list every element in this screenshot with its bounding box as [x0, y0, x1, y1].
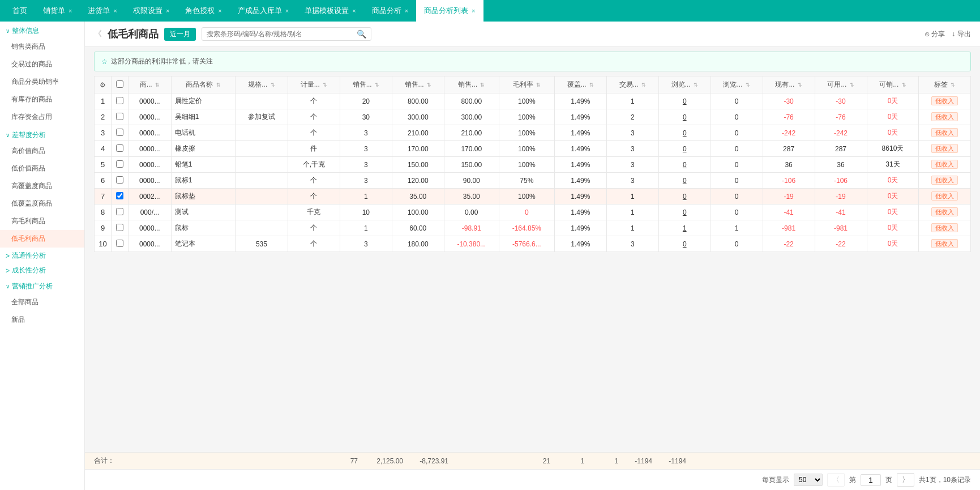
nav-close-icon[interactable]: ×	[472, 7, 475, 14]
sidebar-item-all-goods[interactable]: 全部商品	[0, 293, 84, 311]
row-browse1[interactable]: 0	[658, 173, 711, 189]
col-sales-qty[interactable]: 销售... ⇅	[340, 76, 392, 93]
row-browse1[interactable]: 0	[658, 157, 711, 173]
sidebar-group-growth[interactable]: > 成长性分析	[0, 262, 84, 277]
select-all-checkbox[interactable]	[116, 80, 123, 88]
row-settings-icon[interactable]: 7	[95, 189, 112, 204]
sidebar-item-low-value[interactable]: 低价值商品	[0, 160, 84, 177]
next-page-button[interactable]: 〉	[897, 473, 914, 487]
row-browse1[interactable]: 0	[658, 125, 711, 141]
search-icon[interactable]: 🔍	[357, 29, 366, 39]
nav-close-icon[interactable]: ×	[218, 7, 221, 14]
col-gross-rate[interactable]: 毛利率 ⇅	[499, 76, 554, 93]
sidebar-item-high-margin[interactable]: 高毛利商品	[0, 212, 84, 230]
row-browse1[interactable]: 1	[658, 220, 711, 236]
nav-close-icon[interactable]: ×	[405, 7, 408, 14]
row-checkbox[interactable]	[112, 157, 129, 173]
row-checkbox[interactable]	[112, 204, 129, 220]
footer-gross-spacer	[454, 457, 488, 465]
nav-template-settings[interactable]: 单据模板设置 ×	[297, 0, 363, 22]
sidebar-item-high-coverage[interactable]: 高覆盖度商品	[0, 177, 84, 195]
sidebar-item-category-rate[interactable]: 商品分类助销率	[0, 73, 84, 91]
search-input[interactable]	[207, 30, 357, 38]
nav-close-icon[interactable]: ×	[113, 7, 117, 14]
nav-sales-order[interactable]: 销货单 ×	[35, 0, 80, 22]
prev-page-button[interactable]: 〈	[827, 473, 845, 487]
row-browse1[interactable]: 0	[658, 204, 711, 220]
sidebar-item-low-margin[interactable]: 低毛利商品	[0, 230, 84, 248]
row-browse1[interactable]: 0	[658, 109, 711, 125]
row-current-stock: -41	[763, 204, 815, 220]
col-sales-price[interactable]: 销售... ⇅	[392, 76, 444, 93]
row-settings-icon[interactable]: 4	[95, 141, 112, 157]
nav-role-auth[interactable]: 角色授权 ×	[177, 0, 229, 22]
date-filter-button[interactable]: 近一月	[164, 28, 196, 41]
col-browse2[interactable]: 浏览... ⇅	[711, 76, 763, 93]
export-button[interactable]: ↓ 导出	[952, 29, 971, 39]
row-checkbox[interactable]	[112, 220, 129, 236]
sidebar-group-marketing[interactable]: ∨ 营销推广分析	[0, 277, 84, 293]
sidebar-item-traded-goods[interactable]: 交易过的商品	[0, 56, 84, 73]
sidebar-group-richness[interactable]: ∨ 差帮度分析	[0, 126, 84, 142]
col-code[interactable]: 商... ⇅	[129, 76, 172, 93]
col-current-stock[interactable]: 现有... ⇅	[763, 76, 815, 93]
col-tag[interactable]: 标签 ⇅	[919, 76, 971, 93]
col-name[interactable]: 商品名称 ⇅	[171, 76, 235, 93]
nav-purchase-order[interactable]: 进货单 ×	[80, 0, 125, 22]
nav-permissions[interactable]: 权限设置 ×	[125, 0, 177, 22]
row-browse1[interactable]: 0	[658, 141, 711, 157]
row-checkbox[interactable]	[112, 236, 129, 252]
nav-product-analysis[interactable]: 商品分析 ×	[364, 0, 416, 22]
row-spec	[235, 189, 288, 204]
row-checkbox[interactable]	[112, 93, 129, 109]
col-sales-amount[interactable]: 销售... ⇅	[444, 76, 499, 93]
nav-product-inbound[interactable]: 产成品入库单 ×	[230, 0, 297, 22]
row-checkbox[interactable]	[112, 189, 129, 204]
per-page-select[interactable]: 50 100 200	[794, 474, 823, 486]
row-settings-icon[interactable]: 1	[95, 93, 112, 109]
row-checkbox[interactable]	[112, 109, 129, 125]
row-checkbox[interactable]	[112, 125, 129, 141]
nav-home[interactable]: 首页	[5, 0, 35, 22]
nav-close-icon[interactable]: ×	[166, 7, 169, 14]
row-browse1[interactable]: 0	[658, 189, 711, 204]
sidebar-item-high-value[interactable]: 高价值商品	[0, 142, 84, 160]
sidebar-item-in-stock[interactable]: 有库存的商品	[0, 91, 84, 108]
expand-icon: >	[6, 252, 10, 260]
col-spec[interactable]: 规格... ⇅	[235, 76, 288, 93]
row-browse1[interactable]: 0	[658, 93, 711, 109]
collapse-sidebar-button[interactable]: 《	[94, 29, 102, 39]
row-settings-icon[interactable]: 5	[95, 157, 112, 173]
col-browse1[interactable]: 浏览... ⇅	[658, 76, 711, 93]
col-settings[interactable]: ⚙	[95, 76, 112, 93]
share-button[interactable]: ⎋ 分享	[925, 29, 945, 39]
sidebar-item-capital[interactable]: 库存资金占用	[0, 108, 84, 126]
row-checkbox[interactable]	[112, 141, 129, 157]
col-available[interactable]: 可用... ⇅	[815, 76, 867, 93]
col-coverage[interactable]: 覆盖... ⇅	[554, 76, 606, 93]
row-settings-icon[interactable]: 6	[95, 173, 112, 189]
col-unit[interactable]: 计量... ⇅	[288, 76, 340, 93]
nav-close-icon[interactable]: ×	[352, 7, 356, 14]
row-browse1[interactable]: 0	[658, 236, 711, 252]
row-settings-icon[interactable]: 2	[95, 109, 112, 125]
nav-product-analysis-list[interactable]: 商品分析列表 ×	[416, 0, 483, 22]
page-number-input[interactable]	[861, 474, 881, 486]
table-row: 7 0002... 鼠标垫 个 1 35.00 35.00 100% 1.49%…	[95, 189, 971, 204]
row-settings-icon[interactable]: 10	[95, 236, 112, 252]
nav-close-icon[interactable]: ×	[69, 7, 72, 14]
row-settings-icon[interactable]: 9	[95, 220, 112, 236]
row-settings-icon[interactable]: 3	[95, 125, 112, 141]
sidebar-group-overall[interactable]: ∨ 整体信息	[0, 22, 84, 38]
sidebar-item-low-coverage[interactable]: 低覆盖度商品	[0, 195, 84, 212]
nav-close-icon[interactable]: ×	[285, 7, 289, 14]
row-spec: 参加复试	[235, 109, 288, 125]
col-sellable[interactable]: 可销... ⇅	[867, 76, 919, 93]
sidebar-item-sales-goods[interactable]: 销售类商品	[0, 38, 84, 56]
footer-label: 合计：	[94, 456, 114, 466]
sidebar-group-circulation[interactable]: > 流通性分析	[0, 248, 84, 262]
sidebar-item-new-goods[interactable]: 新品	[0, 311, 84, 329]
row-checkbox[interactable]	[112, 173, 129, 189]
col-transaction[interactable]: 交易... ⇅	[606, 76, 658, 93]
row-settings-icon[interactable]: 8	[95, 204, 112, 220]
